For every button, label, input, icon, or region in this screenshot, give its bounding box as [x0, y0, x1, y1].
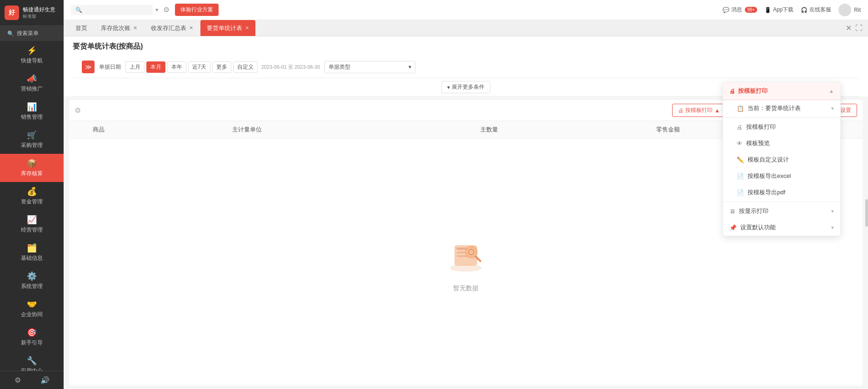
page-title: 要货单统计表(按商品) [73, 42, 859, 51]
jingying-icon: 📈 [27, 215, 37, 225]
topbar-gear-icon[interactable]: ⚙ [163, 5, 170, 14]
sidebar-item-xinshou[interactable]: 🎯 新手引导 [0, 323, 64, 351]
date-more[interactable]: 更多 [212, 61, 231, 73]
window-expand-icon[interactable]: ⛶ [855, 24, 863, 32]
sidebar-item-xitong[interactable]: ⚙️ 系统管理 [0, 267, 64, 295]
display-print-icon: 🖥 [729, 208, 735, 215]
date-this-year[interactable]: 本年 [167, 61, 186, 73]
message-icon: 💬 [723, 7, 729, 13]
doc-type-label: 单据类型 [329, 63, 350, 71]
export-excel-label: 按模板导出excel [748, 172, 791, 180]
download-icon: 📱 [764, 7, 771, 13]
print-template-button[interactable]: 🖨 按模板打印 ▲ [672, 104, 726, 117]
print-dropdown-print[interactable]: 🖨 按模板打印 [723, 119, 840, 135]
tab-home[interactable]: 首页 [69, 20, 94, 36]
sidebar-item-zijin[interactable]: 💰 资金管理 [0, 182, 64, 210]
user-menu[interactable]: Rit [838, 4, 861, 16]
doc-type-select[interactable]: 单据类型 ▾ [324, 61, 415, 73]
date-range-display: 2023-06-01 至 2023-06-30 [261, 64, 320, 71]
tab-shoufacun[interactable]: 收发存汇总表 ✕ [145, 20, 200, 36]
sidebar-item-xiaoshou[interactable]: 📊 销售管理 [0, 97, 64, 126]
qiye-icon: 🤝 [27, 299, 37, 309]
th-product: 商品 [87, 121, 227, 139]
sidebar: 好 畅捷通好生意 标准版 🔍 搜索菜单 ⚡ 快捷导航 📣 营销推广 📊 销售管理… [0, 0, 64, 389]
app-download-button[interactable]: 📱 App下载 [764, 6, 793, 14]
app-logo-icon: 好 [5, 5, 19, 20]
tab-kucun-pici[interactable]: 库存批次账 ✕ [95, 20, 144, 36]
sidebar-item-jingying[interactable]: 📈 经营管理 [0, 210, 64, 238]
default-func-icon: 📌 [729, 224, 737, 231]
sidebar-item-jichu[interactable]: 🗂️ 基础信息 [0, 238, 64, 267]
topbar-right: 💬 消息 99+ 📱 App下载 🎧 在线客服 Rit [723, 4, 861, 16]
tab-yaohuo-close[interactable]: ✕ [245, 25, 249, 31]
filter-expand-button[interactable]: ≫ [82, 61, 95, 73]
filter-bar: ≫ 单据日期 上月 本月 本年 近7天 更多 自定义 2023-06-01 至 … [73, 56, 859, 78]
tab-shoufacun-close[interactable]: ✕ [189, 25, 193, 31]
design-item-icon: ✏️ [737, 157, 744, 163]
print-dropdown-preview[interactable]: 👁 模板预览 [723, 135, 840, 152]
topbar-search-wrapper[interactable]: 🔍 [71, 5, 153, 15]
topbar-dropdown-icon[interactable]: ▾ [155, 6, 159, 13]
sidebar-item-qiye[interactable]: 🤝 企业协同 [0, 295, 64, 323]
topbar: 🔍 ▾ ⚙ 体验行业方案 💬 消息 99+ 📱 App下载 🎧 在线客服 Rit [64, 0, 868, 20]
trial-button[interactable]: 体验行业方案 [175, 4, 219, 16]
empty-illustration [443, 232, 489, 277]
sidebar-item-yingyong[interactable]: 🔧 应用中心 [0, 351, 64, 371]
expand-icon: ▾ [447, 84, 450, 91]
sidebar-item-caigou[interactable]: 🛒 采购管理 [0, 126, 64, 154]
app-name-group: 畅捷通好生意 标准版 [23, 6, 55, 20]
topbar-search-input[interactable] [82, 7, 141, 13]
sidebar-item-kucun[interactable]: 📦 库存核算 [0, 154, 64, 182]
online-service-button[interactable]: 🎧 在线客服 [801, 6, 831, 14]
sound-icon[interactable]: 🔊 [40, 376, 50, 384]
sidebar-label-yingyong: 应用中心 [21, 367, 43, 371]
tabs-bar: 首页 库存批次账 ✕ 收发存汇总表 ✕ 要货单统计表 ✕ ✕ ⛶ [64, 20, 868, 36]
print-dropdown-design[interactable]: ✏️ 模板自定义设计 [723, 152, 840, 168]
search-icon: 🔍 [7, 30, 14, 37]
date-group: 上月 本月 本年 近7天 更多 自定义 2023-06-01 至 2023-06… [125, 61, 320, 73]
preview-item-label: 模板预览 [746, 139, 770, 147]
tab-kucun-pici-close[interactable]: ✕ [133, 25, 137, 31]
print-dropdown-export-pdf[interactable]: 📄 按模板导出pdf [723, 184, 840, 201]
print-dropdown-export-excel[interactable]: 📄 按模板导出excel [723, 168, 840, 184]
sidebar-label-jingying: 经营管理 [21, 226, 43, 234]
settings-icon[interactable]: ⚙ [15, 376, 21, 384]
default-func-chevron: ▾ [831, 225, 834, 231]
print-item-label: 按模板打印 [746, 123, 776, 131]
date-7days[interactable]: 近7天 [188, 61, 210, 73]
date-last-month[interactable]: 上月 [125, 61, 145, 73]
print-dropdown-title: 按模板打印 [738, 87, 768, 95]
app-download-label: App下载 [773, 6, 793, 14]
print-dropdown-display-print[interactable]: 🖥 按显示打印 ▾ [723, 203, 840, 219]
export-excel-icon: 📄 [737, 173, 744, 180]
window-controls: ✕ ⛶ [846, 24, 863, 32]
sidebar-label-xitong: 系统管理 [21, 283, 43, 290]
sidebar-item-kuaijie[interactable]: ⚡ 快捷导航 [0, 41, 64, 69]
print-item-icon: 🖨 [737, 124, 743, 131]
sidebar-nav: ⚡ 快捷导航 📣 营销推广 📊 销售管理 🛒 采购管理 📦 库存核算 💰 资金管… [0, 41, 64, 371]
date-this-month[interactable]: 本月 [146, 61, 165, 73]
display-print-left: 🖥 按显示打印 [729, 207, 768, 215]
print-dropdown-current[interactable]: 📋 当前：要货单统计表 ▾ [723, 100, 840, 116]
tab-yaohuo[interactable]: 要货单统计表 ✕ [200, 20, 255, 36]
resize-handle[interactable] [865, 199, 868, 227]
th-unit: 主计量单位 [227, 121, 475, 139]
main-area: 🔍 ▾ ⚙ 体验行业方案 💬 消息 99+ 📱 App下载 🎧 在线客服 Rit [64, 0, 868, 389]
print-dropdown-header[interactable]: 🖨 按模板打印 ▲ [723, 82, 840, 100]
current-label: 当前：要货单统计表 [748, 104, 801, 112]
expand-more-button[interactable]: ▾ 展开更多条件 [441, 81, 490, 93]
window-close-icon[interactable]: ✕ [846, 24, 852, 32]
sidebar-search[interactable]: 🔍 搜索菜单 [0, 26, 64, 41]
sidebar-item-yingxiao[interactable]: 📣 营销推广 [0, 69, 64, 97]
print-dropdown-collapse-icon[interactable]: ▲ [829, 88, 834, 94]
print-dropdown-default-func[interactable]: 📌 设置默认功能 ▾ [723, 219, 840, 236]
xiaoshou-icon: 📊 [27, 102, 37, 112]
online-service-label: 在线客服 [809, 6, 831, 14]
messages-button[interactable]: 💬 消息 99+ [723, 6, 757, 14]
sidebar-label-kucun: 库存核算 [21, 170, 43, 177]
chevron-down-icon: ▾ [409, 64, 411, 70]
sidebar-label-kuaijie: 快捷导航 [21, 57, 43, 65]
date-custom[interactable]: 自定义 [233, 61, 258, 73]
export-pdf-icon: 📄 [737, 189, 744, 196]
settings-gear-icon[interactable]: ⚙ [75, 106, 81, 115]
